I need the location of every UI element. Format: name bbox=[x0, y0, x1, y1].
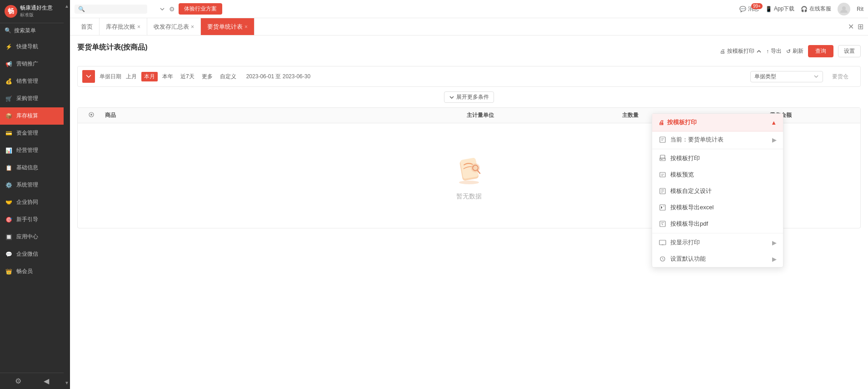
svg-rect-4 bbox=[661, 159, 663, 160]
template-print-item[interactable]: 按模板打印 bbox=[652, 150, 783, 167]
tab-home[interactable]: 首页 bbox=[75, 18, 100, 35]
date-filter-label: 单据日期 bbox=[100, 73, 121, 81]
last7days-btn[interactable]: 近7天 bbox=[178, 72, 197, 81]
svg-rect-5 bbox=[660, 172, 665, 177]
notification-btn[interactable]: 💬 消息 99+ bbox=[739, 5, 759, 13]
sidebar-item-label: 经营管理 bbox=[16, 147, 38, 154]
quick-nav-icon: ⚡ bbox=[5, 43, 13, 51]
purchase-icon: 🛒 bbox=[5, 95, 13, 103]
topbar-right: 💬 消息 99+ 📱 App下载 🎧 在线客服 Rit bbox=[739, 3, 863, 15]
refresh-label: 刷新 bbox=[793, 47, 803, 55]
more-date-btn[interactable]: 更多 bbox=[199, 72, 215, 81]
set-default-item[interactable]: 设置默认功能 ▶ bbox=[652, 251, 783, 267]
sidebar-item-inventory[interactable]: 📦 库存核算 bbox=[0, 107, 64, 125]
sidebar-item-system[interactable]: ⚙️ 系统管理 bbox=[0, 177, 64, 194]
print-template-btn[interactable]: 🖨 按模板打印 bbox=[720, 47, 762, 55]
template-custom-icon bbox=[658, 187, 667, 195]
logo-icon: 畅 bbox=[5, 5, 17, 18]
svg-point-13 bbox=[459, 181, 479, 184]
tab-order-stats-close[interactable]: × bbox=[244, 24, 248, 30]
filter-expand-btn[interactable] bbox=[82, 70, 95, 83]
tab-inventory-batch-close[interactable]: × bbox=[137, 24, 140, 30]
search-input[interactable] bbox=[87, 6, 144, 12]
svg-rect-9 bbox=[659, 240, 666, 245]
sidebar-item-finance[interactable]: 💳 资金管理 bbox=[0, 125, 64, 142]
sidebar-item-guide[interactable]: 🎯 新手引导 bbox=[0, 211, 64, 228]
export-btn[interactable]: ↑ 导出 bbox=[766, 47, 782, 55]
collab-icon: 🤝 bbox=[5, 198, 13, 207]
app-logo: 畅 畅康通好生意 标准版 bbox=[0, 0, 64, 23]
sidebar-item-label: 库存核算 bbox=[16, 112, 38, 120]
sidebar-item-quick-nav[interactable]: ⚡ 快捷导航 bbox=[0, 38, 64, 56]
settings-icon[interactable]: ⚙ bbox=[15, 377, 21, 385]
tab-inventory-batch[interactable]: 库存批次账 × bbox=[100, 18, 147, 35]
sidebar-item-member[interactable]: 👑 畅会员 bbox=[0, 263, 64, 280]
print-dropdown: 🖨 按模板打印 ▲ 当前：要货单统计表 ▶ bbox=[652, 113, 783, 268]
template-print-icon bbox=[658, 154, 667, 162]
svg-rect-1 bbox=[660, 137, 665, 142]
search-menu-item[interactable]: 🔍 搜索菜单 bbox=[0, 23, 64, 38]
sidebar-item-apps[interactable]: 🔲 应用中心 bbox=[0, 228, 64, 246]
dropdown-collapse-icon[interactable]: ▲ bbox=[771, 119, 777, 126]
display-print-item[interactable]: 按显示打印 ▶ bbox=[652, 234, 783, 251]
query-btn[interactable]: 查询 bbox=[808, 45, 833, 57]
tab-receipt-summary[interactable]: 收发存汇总表 × bbox=[147, 18, 201, 35]
app-download-label: App下载 bbox=[774, 5, 794, 13]
online-service-btn[interactable]: 🎧 在线客服 bbox=[801, 5, 831, 13]
template-excel-item[interactable]: 按模板导出excel bbox=[652, 199, 783, 216]
scroll-down-icon[interactable]: ▼ bbox=[65, 379, 69, 387]
require-filter-section: 要货仓 bbox=[832, 73, 848, 81]
service-label: 在线客服 bbox=[809, 5, 831, 13]
tab-receipt-summary-label: 收发存汇总表 bbox=[154, 23, 189, 31]
marketing-icon: 📢 bbox=[5, 60, 13, 68]
sidebar-item-sales[interactable]: 💰 销售管理 bbox=[0, 73, 64, 90]
settings-label: 设置 bbox=[844, 47, 855, 55]
display-print-expand-icon: ▶ bbox=[772, 239, 777, 246]
custom-date-btn[interactable]: 自定义 bbox=[217, 72, 239, 81]
maximize-tab-btn[interactable]: ⊞ bbox=[858, 22, 863, 31]
experience-btn[interactable]: 体验行业方案 bbox=[179, 3, 222, 15]
sidebar-item-operations[interactable]: 📊 经营管理 bbox=[0, 142, 64, 159]
query-label: 查询 bbox=[815, 47, 826, 55]
doc-type-select[interactable]: 单据类型 bbox=[750, 71, 823, 82]
gear-icon[interactable]: ⚙ bbox=[169, 5, 175, 13]
sidebar-item-label: 企业协同 bbox=[16, 198, 38, 206]
current-year-btn[interactable]: 本年 bbox=[160, 72, 176, 81]
tab-receipt-summary-close[interactable]: × bbox=[191, 24, 194, 30]
chevron-down-icon bbox=[159, 6, 165, 12]
sidebar-nav: ⚡ 快捷导航 📢 营销推广 💰 销售管理 🛒 采购管理 📦 库存核算 💳 bbox=[0, 38, 64, 373]
dropdown-current-item[interactable]: 当前：要货单统计表 ▶ bbox=[652, 131, 783, 148]
current-template-label: 当前：要货单统计表 bbox=[670, 136, 723, 144]
notification-badge: 99+ bbox=[751, 3, 763, 9]
collapse-icon[interactable]: ◀ bbox=[44, 377, 49, 385]
col-settings[interactable] bbox=[82, 111, 100, 119]
app-download-btn[interactable]: 📱 App下载 bbox=[765, 5, 794, 13]
search-icon: 🔍 bbox=[5, 27, 11, 34]
template-preview-item[interactable]: 模板预览 bbox=[652, 167, 783, 183]
expand-more-btn[interactable]: 展开更多条件 bbox=[444, 91, 494, 103]
set-default-label: 设置默认功能 bbox=[670, 255, 706, 263]
prev-month-btn[interactable]: 上月 bbox=[123, 72, 140, 81]
settings-btn[interactable]: 设置 bbox=[838, 45, 861, 57]
search-bar[interactable]: 🔍 bbox=[75, 5, 147, 14]
set-default-icon bbox=[658, 255, 667, 263]
col-unit: 主计量单位 bbox=[405, 111, 555, 119]
sidebar-item-marketing[interactable]: 📢 营销推广 bbox=[0, 56, 64, 73]
tab-order-stats[interactable]: 要货单统计表 × bbox=[201, 18, 254, 35]
scroll-up-icon[interactable]: ▲ bbox=[65, 2, 69, 10]
print-template-label: 按模板打印 bbox=[727, 47, 754, 55]
close-tab-btn[interactable]: ✕ bbox=[848, 22, 854, 31]
template-excel-icon bbox=[658, 203, 667, 212]
template-custom-item[interactable]: 模板自定义设计 bbox=[652, 183, 783, 199]
current-month-btn[interactable]: 本月 bbox=[141, 72, 158, 81]
sidebar-item-purchase[interactable]: 🛒 采购管理 bbox=[0, 90, 64, 107]
printer-icon: 🖨 bbox=[658, 119, 664, 126]
template-pdf-item[interactable]: 按模板导出pdf bbox=[652, 216, 783, 232]
sidebar-item-collab[interactable]: 🤝 企业协同 bbox=[0, 194, 64, 211]
refresh-btn[interactable]: ↺ 刷新 bbox=[786, 47, 803, 55]
page-inner: 要货单统计表(按商品) 🖨 按模板打印 ↑ 导出 ↺ bbox=[70, 35, 868, 389]
avatar[interactable] bbox=[838, 3, 850, 15]
sidebar-item-basic[interactable]: 📋 基础信息 bbox=[0, 159, 64, 177]
username-label[interactable]: Rit bbox=[857, 6, 863, 12]
sidebar-item-wechat[interactable]: 💬 企业微信 bbox=[0, 246, 64, 263]
